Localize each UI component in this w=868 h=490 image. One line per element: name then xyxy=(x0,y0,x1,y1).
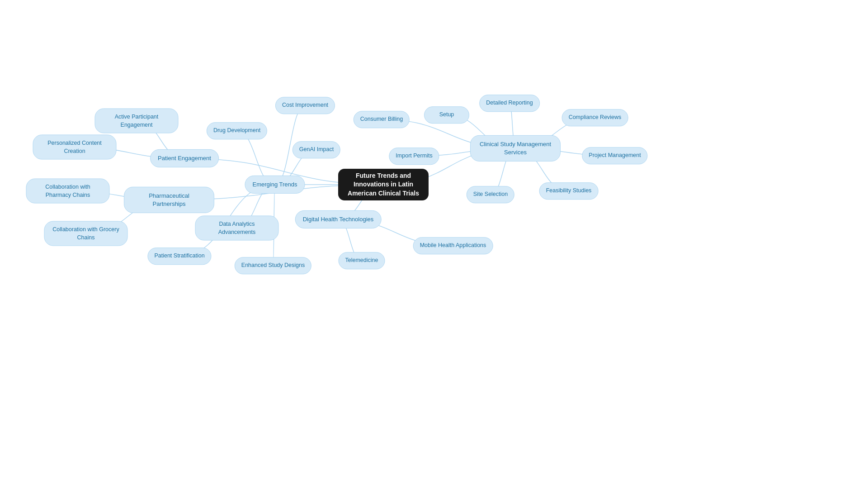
node-pharmaceutical-partnerships[interactable]: Pharmaceutical Partnerships xyxy=(124,187,214,213)
node-telemedicine[interactable]: Telemedicine xyxy=(339,252,385,269)
node-feasibility-studies[interactable]: Feasibility Studies xyxy=(539,182,599,200)
node-patient-engagement[interactable]: Patient Engagement xyxy=(150,149,219,167)
node-detailed-reporting[interactable]: Detailed Reporting xyxy=(479,95,540,112)
node-setup[interactable]: Setup xyxy=(424,106,469,124)
node-collaboration-grocery[interactable]: Collaboration with Grocery Chains xyxy=(44,221,128,246)
node-site-selection[interactable]: Site Selection xyxy=(467,186,514,203)
node-import-permits[interactable]: Import Permits xyxy=(389,147,439,165)
node-digital-health-technologies[interactable]: Digital Health Technologies xyxy=(295,210,382,228)
node-consumer-billing[interactable]: Consumer Billing xyxy=(354,111,410,128)
node-drug-development[interactable]: Drug Development xyxy=(207,122,267,139)
node-emerging-trends[interactable]: Emerging Trends xyxy=(245,176,305,194)
node-genai-impact[interactable]: GenAI Impact xyxy=(292,141,340,158)
node-clinical-study-management[interactable]: Clinical Study Management Services xyxy=(470,135,561,162)
node-enhanced-study-designs[interactable]: Enhanced Study Designs xyxy=(235,257,311,274)
node-patient-stratification[interactable]: Patient Stratification xyxy=(147,247,211,265)
node-mobile-health[interactable]: Mobile Health Applications xyxy=(413,237,493,254)
center-node[interactable]: Future Trends and Innovations in Latin A… xyxy=(338,169,429,200)
node-collaboration-pharmacy[interactable]: Collaboration with Pharmacy Chains xyxy=(26,179,110,204)
node-personalized-content-creation[interactable]: Personalized Content Creation xyxy=(33,135,117,160)
node-compliance-reviews[interactable]: Compliance Reviews xyxy=(562,109,628,126)
mindmap-container: Future Trends and Innovations in Latin A… xyxy=(0,0,868,490)
node-data-analytics[interactable]: Data Analytics Advancements xyxy=(195,216,279,241)
node-active-participant-engagement[interactable]: Active Participant Engagement xyxy=(95,109,179,133)
node-cost-improvement[interactable]: Cost Improvement xyxy=(275,97,335,114)
node-project-management[interactable]: Project Management xyxy=(582,147,647,164)
